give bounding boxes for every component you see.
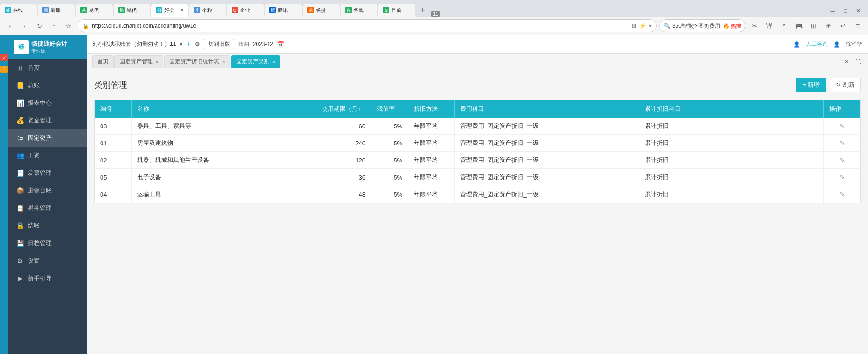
sidebar-item-inventory[interactable]: 📦 进销台账 xyxy=(8,182,87,199)
sidebar-item-archive[interactable]: 💾 归档管理 xyxy=(8,234,87,252)
home-button[interactable]: ⌂ xyxy=(48,20,60,32)
cell-method: 年限平均 xyxy=(408,152,455,169)
refresh-button[interactable]: ↻ 刷新 xyxy=(830,78,861,92)
minimize-button[interactable]: ─ xyxy=(826,5,838,17)
maximize-window-icon[interactable]: ⛶ xyxy=(853,57,862,66)
service-label[interactable]: 人工咨询 xyxy=(806,40,828,48)
cell-cost-account: 管理费用_固定资产折旧_一级 xyxy=(455,152,639,169)
tab-favicon: 易 xyxy=(80,7,87,13)
sidebar-item-funds[interactable]: 💰 资金管理 xyxy=(8,112,87,129)
browser-tab-yidai1[interactable]: 易 易代 xyxy=(76,4,113,17)
page-tab-close-icon[interactable]: × xyxy=(272,59,275,65)
translate-icon[interactable]: 译 xyxy=(763,19,776,32)
sidebar-item-assets[interactable]: 🗂 固定资产 xyxy=(8,129,87,147)
page-tabs: 首页 固定资产管理 × 固定资产折旧统计表 × 固定资产类别 × ✕ ⛶ xyxy=(87,54,868,70)
tab-favicon: 新 xyxy=(42,7,49,13)
edit-icon[interactable]: ✎ xyxy=(839,122,845,130)
settings-icon[interactable]: ⚙ xyxy=(195,41,200,48)
browser-tab-haohui[interactable]: 好 好会 × xyxy=(151,4,188,17)
add-button[interactable]: + 新增 xyxy=(796,78,826,92)
tab-favicon: 好 xyxy=(156,7,162,13)
close-button[interactable]: ✕ xyxy=(852,5,864,17)
browser-tab-tengxun[interactable]: 腾 腾讯 xyxy=(265,4,302,17)
url-bar[interactable]: 🔒 https://cloud.chanjet.com/accounting/u… xyxy=(78,19,657,32)
cell-period: 120 xyxy=(316,152,371,169)
sidebar-item-label: 发票管理 xyxy=(28,169,52,177)
page-tab-home[interactable]: 首页 xyxy=(92,55,114,68)
edit-icon[interactable]: ✎ xyxy=(839,139,845,147)
tab-favicon: 畅 xyxy=(307,7,314,13)
browser-chrome: 畅 在线 新 新版 易 易代 易 易代 好 好会 × 个 个税 C 企业 腾 xyxy=(0,0,868,35)
maximize-button[interactable]: □ xyxy=(839,5,851,17)
forward-button[interactable]: › xyxy=(18,20,30,32)
browser-tab-gedi[interactable]: 各 各地 xyxy=(341,4,377,17)
browser-tab-yidai2[interactable]: 易 易代 xyxy=(114,4,150,17)
scissors-icon[interactable]: ✂ xyxy=(748,19,761,32)
cell-period: 48 xyxy=(316,186,371,203)
sidebar-item-tax[interactable]: 📋 税务管理 xyxy=(8,199,87,217)
sidebar-item-home[interactable]: ⊞ 首页 xyxy=(8,59,87,77)
col-header-action: 操作 xyxy=(824,100,861,118)
reports-icon: 📊 xyxy=(16,99,24,107)
undo-icon[interactable]: ↩ xyxy=(837,19,850,32)
add-account-icon[interactable]: + xyxy=(186,40,191,48)
browser-tab-xinban[interactable]: 新 新版 xyxy=(38,4,75,17)
sidebar-item-closing[interactable]: 🔒 结账 xyxy=(8,217,87,234)
back-button[interactable]: ‹ xyxy=(4,20,16,32)
bookmark-button[interactable]: ☆ xyxy=(63,20,75,32)
calendar-icon[interactable]: 📅 xyxy=(277,41,284,48)
edit-icon[interactable]: ✎ xyxy=(839,156,845,164)
stripe-icon-2[interactable]: ! xyxy=(0,66,8,73)
tab-count: 11 xyxy=(431,11,440,17)
cell-accum-account: 累计折旧 xyxy=(639,169,824,186)
page-tab-asset-category[interactable]: 固定资产类别 × xyxy=(231,55,280,68)
sidebar-item-settings[interactable]: ⚙ 设置 xyxy=(8,252,87,270)
cell-period: 60 xyxy=(316,118,371,135)
game-icon[interactable]: 🎮 xyxy=(792,19,805,32)
new-tab-button[interactable]: + xyxy=(416,4,429,17)
page-header: 类别管理 + 新增 ↻ 刷新 xyxy=(94,78,861,92)
tab-title: 易代 xyxy=(89,7,108,14)
wallet-icon[interactable]: ¥ xyxy=(778,19,790,32)
browser-tab-qiye[interactable]: C 企业 xyxy=(227,4,264,17)
sidebar-item-ledger[interactable]: 📒 总账 xyxy=(8,77,87,94)
page-tab-close-icon[interactable]: × xyxy=(156,59,158,65)
search-bar[interactable]: 🔍 360智能抠图免费用 🔥 热搜 xyxy=(659,19,745,32)
table-body: 03 器具、工具、家具等 60 5% 年限平均 管理费用_固定资产折旧_一级 累… xyxy=(95,118,861,203)
page-tab-assets-mgmt[interactable]: 固定资产管理 × xyxy=(114,55,163,68)
browser-tab-changti[interactable]: 畅 畅提 xyxy=(303,4,340,17)
menu-icon[interactable]: ≡ xyxy=(851,19,864,32)
tab-close-icon[interactable]: × xyxy=(180,7,184,13)
browser-tab-zaixian[interactable]: 畅 在线 xyxy=(0,4,37,17)
page-tab-close-icon[interactable]: × xyxy=(222,59,225,65)
brightness-icon[interactable]: ☀ xyxy=(822,19,835,32)
top-bar: 刘小艳演示账套（勿删勿动！）11 ▾ + ⚙ 切到旧版 账期 2023-12 📅… xyxy=(87,35,868,54)
close-window-icon[interactable]: ✕ xyxy=(842,57,851,66)
col-header-name: 名称 xyxy=(132,100,316,118)
switch-version-button[interactable]: 切到旧版 xyxy=(204,39,234,49)
table-row: 05 电子设备 36 5% 年限平均 管理费用_固定资产折旧_一级 累计折旧 ✎ xyxy=(95,169,861,186)
reload-button[interactable]: ↻ xyxy=(33,20,45,32)
stripe-icon-1[interactable]: ✓ xyxy=(0,54,8,61)
sidebar-header-text: 畅捷通好会计 专业版 xyxy=(31,40,67,54)
url-dropdown-icon[interactable]: ▾ xyxy=(649,23,652,29)
edit-icon[interactable]: ✎ xyxy=(839,191,845,198)
edit-icon[interactable]: ✎ xyxy=(839,174,845,181)
sidebar-item-payroll[interactable]: 👥 工资 xyxy=(8,147,87,164)
period-value: 2023-12 xyxy=(253,41,273,48)
browser-tab-gesui[interactable]: 个 个税 xyxy=(189,4,226,17)
closing-icon: 🔒 xyxy=(16,222,24,230)
browser-tab-muqian[interactable]: S 目前 xyxy=(378,4,415,17)
cell-code: 04 xyxy=(95,186,132,203)
sidebar-item-invoice[interactable]: 🧾 发票管理 xyxy=(8,164,87,182)
inventory-icon: 📦 xyxy=(16,186,24,195)
tab-bar: 畅 在线 新 新版 易 易代 易 易代 好 好会 × 个 个税 C 企业 腾 xyxy=(0,0,868,17)
grid-icon[interactable]: ⊞ xyxy=(807,19,820,32)
sidebar-item-reports[interactable]: 📊 报表中心 xyxy=(8,94,87,112)
dropdown-icon[interactable]: ▾ xyxy=(180,41,183,48)
col-header-accum: 累计折旧科目 xyxy=(639,100,824,118)
sidebar-item-guide[interactable]: ▶ 新手引导 xyxy=(8,270,87,287)
cell-accum-account: 累计折旧 xyxy=(639,186,824,203)
cell-method: 年限平均 xyxy=(408,118,455,135)
page-tab-depreciation-table[interactable]: 固定资产折旧统计表 × xyxy=(164,55,230,68)
